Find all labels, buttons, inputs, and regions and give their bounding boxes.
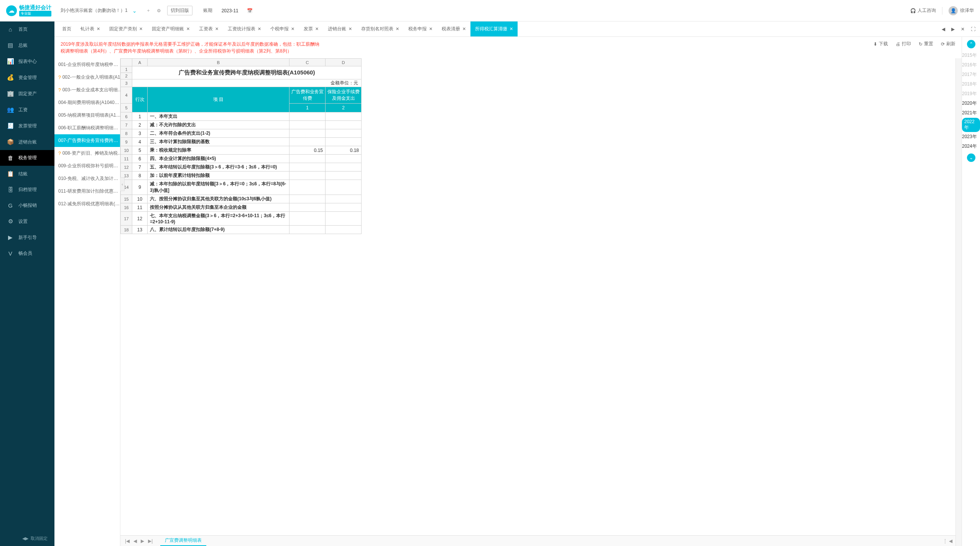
sidebar-item[interactable]: ▶新手引导 (0, 229, 54, 246)
tab-close-icon[interactable]: ✕ (291, 26, 294, 31)
header-col2[interactable]: 保险企业手续费及佣金支出 (326, 87, 362, 104)
sidebar-item[interactable]: 📊报表中心 (0, 53, 54, 69)
year-item[interactable]: 2016年 (962, 60, 980, 70)
value-cell-d[interactable] (326, 203, 362, 212)
file-item[interactable]: ?002-一般企业收入明细表(A1… (54, 71, 120, 84)
label-cell[interactable]: 乘：税收规定扣除率 (148, 146, 289, 155)
file-item[interactable]: 012-减免所得税优惠明细表(… (54, 198, 120, 210)
row-number-cell[interactable]: 7 (132, 163, 148, 172)
tab[interactable]: 钆计表✕ (76, 21, 105, 37)
header-num2[interactable]: 2 (326, 104, 362, 112)
support-link[interactable]: 🎧 人工咨询 (910, 7, 936, 14)
corner-cell[interactable] (121, 59, 132, 66)
file-item[interactable]: ?003-一般企业成本支出明细… (54, 84, 120, 96)
row-header[interactable]: 9 (121, 138, 132, 146)
refresh-button[interactable]: ⟳刷新 (941, 41, 955, 47)
row-number-cell[interactable]: 1 (132, 112, 148, 121)
sidebar-item[interactable]: 🏢固定资产 (0, 86, 54, 102)
row-number-cell[interactable]: 8 (132, 172, 148, 180)
tab-close-icon[interactable]: ✕ (429, 26, 432, 31)
row-header[interactable]: 10 (121, 146, 132, 155)
tab[interactable]: 固定资产类别✕ (105, 21, 147, 37)
value-cell-d[interactable] (326, 163, 362, 172)
value-cell-c[interactable] (289, 226, 326, 234)
col-header-D[interactable]: D (326, 59, 362, 66)
value-cell-c[interactable] (289, 121, 326, 129)
header-col1[interactable]: 广告费和业务宣传费 (289, 87, 326, 104)
tab-close-icon[interactable]: ✕ (510, 26, 513, 31)
label-cell[interactable]: 按照分摊协议从其他关联方归集至本企业的金额 (148, 203, 289, 212)
file-item[interactable]: 011-研发费用加计扣除优惠… (54, 185, 120, 198)
file-item[interactable]: ?008-资产折旧、摊销及纳税… (54, 147, 120, 160)
row-number-cell[interactable]: 5 (132, 146, 148, 155)
value-cell-c[interactable] (289, 129, 326, 138)
row-number-cell[interactable]: 13 (132, 226, 148, 234)
value-cell-c[interactable] (289, 163, 326, 172)
sheet-prev-icon[interactable]: ◀ (132, 538, 138, 544)
label-cell[interactable]: 一、本年支出 (148, 112, 289, 121)
sidebar-item[interactable]: ⚙设置 (0, 213, 54, 229)
value-cell-d[interactable] (326, 180, 362, 195)
file-item[interactable]: 001-企业所得税年度纳税申… (54, 58, 120, 71)
tab-scroll-right-icon[interactable]: ▶ (950, 25, 956, 33)
tab[interactable]: 税务申报✕ (404, 21, 437, 37)
sidebar-item[interactable]: 💰资金管理 (0, 69, 54, 86)
value-cell-c[interactable]: 0.15 (289, 146, 326, 155)
year-up-icon[interactable]: ⌃ (967, 40, 975, 48)
value-cell-c[interactable] (289, 172, 326, 180)
label-cell[interactable]: 八、累计结转以后年度扣除额(7+8-9) (148, 226, 289, 234)
tab-close-icon[interactable]: ✕ (349, 26, 352, 31)
tab[interactable]: 固定资产明细账✕ (147, 21, 194, 37)
row-header[interactable]: 16 (121, 203, 132, 212)
sheet-tab[interactable]: 广宣费调整明细表 (160, 536, 206, 546)
dots-icon[interactable]: ⋮ (943, 538, 947, 544)
download-button[interactable]: ⬇下载 (873, 41, 888, 47)
tab-close-icon[interactable]: ✕ (315, 26, 319, 31)
row-number-cell[interactable]: 9 (132, 180, 148, 195)
tab[interactable]: 所得税汇算清缴✕ (470, 21, 518, 37)
value-cell-c[interactable] (289, 195, 326, 203)
row-header[interactable]: 2 (121, 73, 132, 79)
year-item[interactable]: 2023年 (962, 132, 980, 142)
tab[interactable]: 个税申报✕ (266, 21, 299, 37)
tab-close-icon[interactable]: ✕ (258, 26, 261, 31)
file-item[interactable]: 004-期间费用明细表(A1040… (54, 96, 120, 109)
sheet-grid[interactable]: A B C D 1 广告费和业务宣传费跨年度纳税调整明细表(A105060) 2 (120, 58, 955, 535)
file-item[interactable]: 010-免税、减计收入及加计… (54, 172, 120, 185)
col-header-A[interactable]: A (132, 59, 148, 66)
file-item[interactable]: 009-企业所得税弥补亏损明… (54, 160, 120, 172)
year-item[interactable]: 2020年 (962, 99, 980, 108)
row-header[interactable]: 7 (121, 121, 132, 129)
year-item[interactable]: 2024年 (962, 142, 980, 151)
gear-icon[interactable]: ⚙ (157, 8, 161, 13)
value-cell-d[interactable] (326, 129, 362, 138)
collapse-handle[interactable]: ‹ (120, 177, 125, 191)
row-number-cell[interactable]: 6 (132, 155, 148, 163)
value-cell-c[interactable] (289, 112, 326, 121)
print-button[interactable]: 🖨打印 (896, 41, 911, 47)
label-cell[interactable]: 减：本年扣除的以前年度结转额[3＞6，本行=0；3≤6，本行=8与(6-3)孰小… (148, 180, 289, 195)
row-header[interactable]: 1 (121, 66, 132, 73)
value-cell-c[interactable] (289, 180, 326, 195)
tab[interactable]: 进销台账✕ (323, 21, 357, 37)
sheet-title[interactable]: 广告费和业务宣传费跨年度纳税调整明细表(A105060) (132, 66, 362, 79)
tab-close-icon[interactable]: ✕ (97, 26, 100, 31)
label-cell[interactable]: 五、本年结转以后年度扣除额(3＞6，本行=3-6；3≤6，本行=0) (148, 163, 289, 172)
label-cell[interactable]: 六、按照分摊协议归集至其他关联方的金额(10≤3与6孰小值) (148, 195, 289, 203)
value-cell-c[interactable] (289, 155, 326, 163)
value-cell-d[interactable]: 0.18 (326, 146, 362, 155)
col-header-C[interactable]: C (289, 59, 326, 66)
scroll-left-icon[interactable]: ◀ (949, 538, 952, 544)
account-selector[interactable]: 刘小艳演示账套（勿删勿动！）1 ⌄ (61, 7, 137, 14)
sidebar-item[interactable]: G小畅报销 (0, 198, 54, 213)
sidebar-item[interactable]: 🧾发票管理 (0, 118, 54, 134)
row-header[interactable]: 5 (121, 104, 132, 112)
sidebar-item[interactable]: ⌂首页 (0, 21, 54, 37)
tab[interactable]: 工资统计报表✕ (223, 21, 266, 37)
tab-close-icon[interactable]: ✕ (215, 26, 219, 31)
header-rowcol[interactable]: 行次 (132, 87, 148, 112)
year-down-icon[interactable]: ⌄ (967, 153, 975, 162)
label-cell[interactable]: 七、本年支出纳税调整金额(3＞6，本行=2+3-6+10-11；3≤6，本行=2… (148, 212, 289, 226)
header-num1[interactable]: 1 (289, 104, 326, 112)
unit-cell[interactable]: 金额单位：元 (132, 79, 362, 87)
